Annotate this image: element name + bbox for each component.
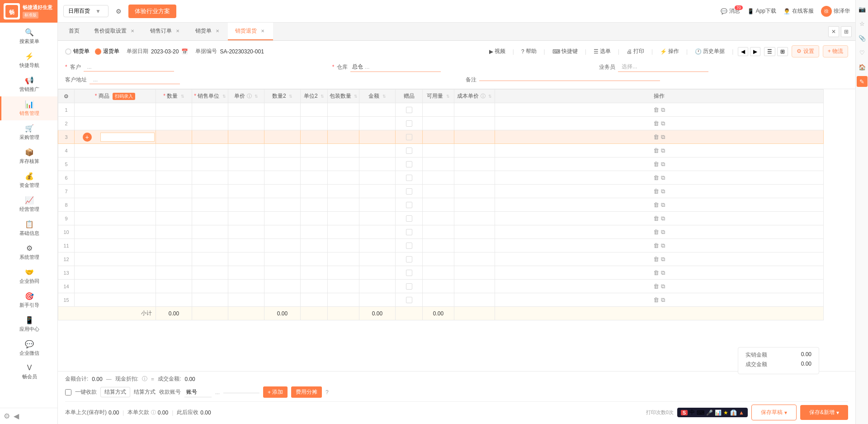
fee-help-icon[interactable]: ? bbox=[326, 389, 329, 395]
gift-checkbox[interactable] bbox=[406, 297, 412, 303]
gift-checkbox[interactable] bbox=[406, 256, 412, 262]
product-cell[interactable] bbox=[75, 225, 156, 239]
price-cell[interactable] bbox=[228, 117, 264, 130]
delete-icon[interactable]: 🗑 bbox=[653, 201, 659, 208]
qty2-sort-icon[interactable]: ⇅ bbox=[289, 94, 292, 99]
unit-cell[interactable] bbox=[192, 144, 228, 157]
gift-cell[interactable] bbox=[396, 266, 423, 280]
product-input-row3[interactable] bbox=[100, 133, 155, 142]
pkg-cell[interactable] bbox=[328, 293, 359, 307]
amount-cell[interactable] bbox=[359, 280, 396, 293]
gift-checkbox[interactable] bbox=[406, 188, 412, 195]
grid-view-btn[interactable]: ⊞ bbox=[777, 47, 788, 56]
unit-cell[interactable] bbox=[192, 185, 228, 198]
pkg-cell[interactable] bbox=[328, 185, 359, 198]
qty-cell[interactable] bbox=[156, 252, 192, 266]
product-cell[interactable] bbox=[75, 185, 156, 198]
sidebar-item-member[interactable]: V 畅会员 bbox=[0, 360, 57, 384]
scan-input-btn[interactable]: 扫码录入 bbox=[113, 93, 135, 100]
qty2-cell[interactable] bbox=[264, 198, 301, 212]
qty2-cell[interactable] bbox=[264, 157, 301, 171]
product-cell[interactable] bbox=[75, 144, 156, 157]
unit-sort-icon[interactable]: ⇅ bbox=[222, 94, 226, 99]
price-cell[interactable] bbox=[228, 252, 264, 266]
amount-cell[interactable] bbox=[359, 212, 396, 225]
delete-icon[interactable]: 🗑 bbox=[653, 106, 659, 113]
amount-cell[interactable] bbox=[359, 130, 396, 144]
qty-cell[interactable] bbox=[156, 280, 192, 293]
add-row-cell[interactable]: + bbox=[75, 130, 156, 144]
amount-cell[interactable] bbox=[359, 293, 396, 307]
product-cell[interactable] bbox=[75, 117, 156, 130]
qty-cell[interactable] bbox=[156, 293, 192, 307]
cost-sort-icon[interactable]: ⇅ bbox=[488, 94, 492, 99]
product-cell[interactable] bbox=[75, 280, 156, 293]
qty2-cell[interactable] bbox=[264, 144, 301, 157]
app-download-button[interactable]: 📱 App下载 bbox=[747, 7, 776, 15]
delete-icon[interactable]: 🗑 bbox=[653, 296, 659, 303]
qty2-cell[interactable] bbox=[264, 212, 301, 225]
unit-cell[interactable] bbox=[192, 198, 228, 212]
pkg-sort-icon[interactable]: ⇅ bbox=[354, 94, 358, 99]
taskbar-icon4[interactable]: 📊 bbox=[715, 410, 722, 416]
gift-cell[interactable] bbox=[396, 212, 423, 225]
pkg-cell[interactable] bbox=[328, 157, 359, 171]
delete-icon[interactable]: 🗑 bbox=[653, 256, 659, 262]
unit2-cell[interactable] bbox=[301, 239, 328, 252]
qty2-cell[interactable] bbox=[264, 266, 301, 280]
right-tool-note[interactable]: ✎ bbox=[857, 76, 868, 87]
price-cell[interactable] bbox=[228, 225, 264, 239]
pkg-cell[interactable] bbox=[328, 130, 359, 144]
gift-checkbox[interactable] bbox=[406, 229, 412, 235]
unit2-cell[interactable] bbox=[301, 198, 328, 212]
toolbar-video-btn[interactable]: ▶ 视频 bbox=[486, 46, 508, 57]
gift-checkbox[interactable] bbox=[406, 215, 412, 222]
tab-close-button[interactable]: ✕ bbox=[828, 26, 839, 37]
qty-cell[interactable] bbox=[156, 117, 192, 130]
price-sort-icon[interactable]: ⇅ bbox=[255, 94, 258, 99]
prev-btn[interactable]: ◀ bbox=[738, 47, 748, 56]
unit2-cell[interactable] bbox=[301, 280, 328, 293]
pkg-cell[interactable] bbox=[328, 171, 359, 185]
price-cell[interactable] bbox=[228, 212, 264, 225]
copy-icon[interactable]: ⧉ bbox=[661, 201, 665, 209]
unit-cell[interactable] bbox=[192, 225, 228, 239]
copy-icon[interactable]: ⧉ bbox=[661, 133, 665, 141]
daily-category-select[interactable]: 日用百货 ▼ bbox=[63, 5, 108, 17]
toolbar-select-btn[interactable]: ☰ 选单 bbox=[591, 46, 613, 57]
toolbar-operation-btn[interactable]: ⚡ 操作 bbox=[657, 46, 682, 57]
discount-info-icon[interactable]: ⓘ bbox=[142, 375, 147, 383]
qty2-cell[interactable] bbox=[264, 117, 301, 130]
amount-cell[interactable] bbox=[359, 117, 396, 130]
avail-sort-icon[interactable]: ⇅ bbox=[446, 94, 450, 99]
product-cell[interactable] bbox=[75, 266, 156, 280]
unit-cell[interactable] bbox=[192, 130, 228, 144]
salesperson-input[interactable]: 选择... bbox=[618, 62, 708, 72]
toolbar-history-btn[interactable]: 🕐 历史单据 bbox=[692, 46, 727, 57]
tab-sales-return-close[interactable]: ✕ bbox=[259, 28, 266, 34]
date-value[interactable]: 2023-03-20 bbox=[151, 48, 179, 55]
save-draft-button[interactable]: 保存草稿 ▾ bbox=[751, 405, 797, 420]
taskbar-icon3[interactable]: 🎤 bbox=[706, 410, 713, 416]
gift-cell[interactable] bbox=[396, 171, 423, 185]
copy-icon[interactable]: ⧉ bbox=[661, 215, 665, 222]
qty2-cell[interactable] bbox=[264, 130, 301, 144]
unit2-cell[interactable] bbox=[301, 103, 328, 117]
price-cell[interactable] bbox=[228, 130, 264, 144]
gift-checkbox[interactable] bbox=[406, 243, 412, 249]
copy-icon[interactable]: ⧉ bbox=[661, 269, 665, 276]
pkg-cell[interactable] bbox=[328, 252, 359, 266]
pkg-cell[interactable] bbox=[328, 280, 359, 293]
unit-cell[interactable] bbox=[192, 293, 228, 307]
qty2-cell[interactable] bbox=[264, 280, 301, 293]
gift-cell[interactable] bbox=[396, 103, 423, 117]
fee-split-button[interactable]: 费用分摊 bbox=[291, 386, 322, 398]
sidebar-item-enterprise[interactable]: 🤝 企业协同 bbox=[0, 264, 57, 288]
gift-checkbox[interactable] bbox=[406, 120, 412, 127]
taskbar-icon2[interactable]: ⌨ bbox=[697, 410, 704, 416]
unit2-cell[interactable] bbox=[301, 293, 328, 307]
amount-cell[interactable] bbox=[359, 185, 396, 198]
delete-icon[interactable]: 🗑 bbox=[653, 133, 659, 140]
right-tool-star[interactable]: ☆ bbox=[857, 18, 868, 29]
pkg-cell[interactable] bbox=[328, 239, 359, 252]
